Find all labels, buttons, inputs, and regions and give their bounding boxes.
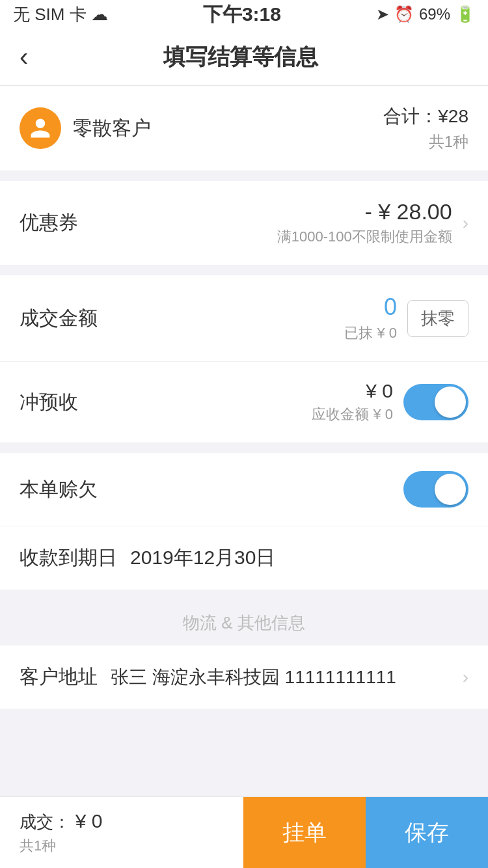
transaction-amount-row: 成交金额 0 已抹 ¥ 0 抹零 [0, 275, 488, 362]
address-label: 客户地址 [20, 664, 98, 690]
round-zero-button[interactable]: 抹零 [407, 300, 468, 337]
debt-row: 本单赊欠 [0, 453, 488, 526]
pre-receive-toggle[interactable] [403, 384, 468, 420]
status-left: 无 SIM 卡 ☁ [13, 3, 108, 26]
location-icon: ➤ [376, 5, 389, 23]
coupon-desc: 满1000-100不限制使用金额 [277, 227, 452, 247]
toggle-knob [435, 387, 466, 418]
sim-status: 无 SIM 卡 ☁ [13, 3, 108, 26]
status-right: ➤ ⏰ 69% 🔋 [376, 5, 475, 23]
debt-section: 本单赊欠 收款到期日 2019年12月30日 [0, 453, 488, 590]
transaction-amount-label: 成交金额 [20, 305, 98, 332]
save-button[interactable]: 保存 [366, 797, 488, 869]
status-bar: 无 SIM 卡 ☁ 下午3:18 ➤ ⏰ 69% 🔋 [0, 0, 488, 29]
pre-receive-label: 冲预收 [20, 389, 78, 416]
avatar [20, 107, 61, 149]
pre-receive-right: ¥ 0 应收金额 ¥ 0 [312, 380, 468, 424]
address-chevron-icon: › [463, 667, 468, 688]
bottom-summary: 成交： ¥ 0 共1种 [0, 810, 243, 856]
battery-icon: 🔋 [455, 5, 475, 23]
coupon-section[interactable]: 优惠券 - ¥ 28.00 满1000-100不限制使用金额 › [0, 181, 488, 265]
address-row[interactable]: 客户地址 张三 海淀永丰科技园 11111111111 › [0, 645, 488, 709]
pre-receive-sub: 应收金额 ¥ 0 [312, 405, 393, 424]
bottom-total-value: ¥ 0 [75, 810, 103, 832]
customer-total-area: 合计：¥28 共1种 [383, 104, 468, 152]
coupon-detail: - ¥ 28.00 满1000-100不限制使用金额 [277, 199, 452, 247]
pre-receive-values: ¥ 0 应收金额 ¥ 0 [312, 380, 393, 424]
bottom-total-label: 成交： [20, 812, 70, 832]
transaction-amount-sub: 已抹 ¥ 0 [344, 323, 397, 343]
status-time: 下午3:18 [203, 1, 281, 28]
customer-total: 合计：¥28 [383, 104, 468, 129]
customer-info: 零散客户 [20, 107, 151, 149]
person-icon [29, 116, 52, 140]
debt-toggle[interactable] [403, 471, 468, 508]
address-value: 张三 海淀永丰科技园 11111111111 [111, 665, 463, 690]
pre-receive-row: 冲预收 ¥ 0 应收金额 ¥ 0 [0, 362, 488, 442]
customer-count: 共1种 [383, 131, 468, 152]
customer-name: 零散客户 [73, 115, 151, 142]
battery-level: 69% [419, 5, 450, 23]
transaction-amount-detail: 0 已抹 ¥ 0 [344, 293, 397, 343]
logistics-divider: 物流 & 其他信息 [0, 600, 488, 645]
due-date-value: 2019年12月30日 [130, 545, 275, 571]
transaction-amount-right: 0 已抹 ¥ 0 抹零 [344, 293, 468, 343]
amount-section: 成交金额 0 已抹 ¥ 0 抹零 冲预收 ¥ 0 应收金额 ¥ 0 [0, 275, 488, 442]
hang-order-button[interactable]: 挂单 [243, 797, 366, 869]
due-date-row: 收款到期日 2019年12月30日 [0, 526, 488, 590]
coupon-right: - ¥ 28.00 满1000-100不限制使用金额 › [277, 199, 468, 247]
content: 零散客户 合计：¥28 共1种 优惠券 - ¥ 28.00 满1000-100不… [0, 86, 488, 797]
bottom-count: 共1种 [20, 836, 224, 856]
chevron-right-icon: › [463, 213, 468, 234]
alarm-icon: ⏰ [394, 5, 414, 23]
customer-row: 零散客户 合计：¥28 共1种 [0, 86, 488, 170]
nav-bar: ‹ 填写结算等信息 [0, 29, 488, 86]
coupon-label: 优惠券 [20, 210, 78, 236]
pre-receive-value: ¥ 0 [312, 380, 393, 402]
logistics-label: 物流 & 其他信息 [183, 612, 305, 634]
debt-label: 本单赊欠 [20, 476, 98, 503]
bottom-bar: 成交： ¥ 0 共1种 挂单 保存 [0, 796, 488, 868]
coupon-discount: - ¥ 28.00 [277, 199, 452, 224]
back-button[interactable]: ‹ [20, 42, 28, 72]
customer-section: 零散客户 合计：¥28 共1种 [0, 86, 488, 170]
due-date-label: 收款到期日 [20, 545, 117, 571]
bottom-total-line: 成交： ¥ 0 [20, 810, 224, 834]
transaction-amount-value: 0 [344, 293, 397, 321]
address-section[interactable]: 客户地址 张三 海淀永丰科技园 11111111111 › [0, 645, 488, 709]
debt-toggle-knob [435, 474, 466, 505]
coupon-row[interactable]: 优惠券 - ¥ 28.00 满1000-100不限制使用金额 › [0, 181, 488, 265]
page-title: 填写结算等信息 [41, 42, 440, 72]
